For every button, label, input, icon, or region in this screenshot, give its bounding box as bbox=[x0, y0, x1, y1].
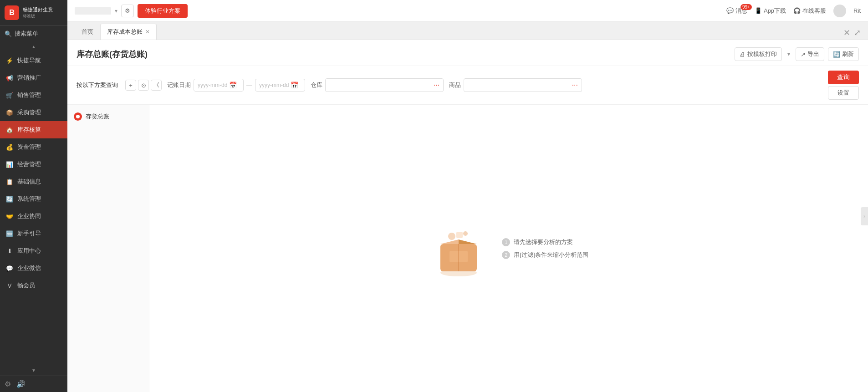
apps-icon: ⬇ bbox=[5, 247, 14, 255]
date-start-input[interactable]: yyyy-mm-dd 📅 bbox=[194, 79, 244, 92]
sidebar-item-basic[interactable]: 📋 基础信息 bbox=[0, 173, 67, 190]
refresh-icon: 🔄 bbox=[833, 51, 840, 58]
topbar-settings-btn[interactable]: ⚙ bbox=[121, 5, 134, 17]
topbar-breadcrumb bbox=[75, 7, 111, 15]
right-expand-handle[interactable]: › bbox=[861, 207, 868, 225]
add-icon: + bbox=[129, 82, 133, 89]
tab-inventory-cost[interactable]: 库存成本总账 ✕ bbox=[100, 24, 157, 40]
sidebar-item-guide[interactable]: 🆕 新手引导 bbox=[0, 225, 67, 242]
sidebar-scroll-up[interactable]: ▲ bbox=[0, 41, 67, 52]
export-icon: ↗ bbox=[801, 51, 806, 58]
filter-area: 按以下方案查询 + ⊙ 《 记账日期 yyyy-mm-dd 📅 bbox=[67, 66, 868, 105]
scroll-down-icon[interactable]: ▼ bbox=[31, 367, 37, 374]
edit-icon: ⊙ bbox=[141, 82, 146, 89]
vip-icon: V bbox=[5, 281, 14, 290]
topbar-right: 💬 消息 99+ 📱 App下载 🎧 在线客服 Rit bbox=[726, 5, 861, 17]
industry-solution-button[interactable]: 体验行业方案 bbox=[138, 4, 188, 18]
calendar-icon-start[interactable]: 📅 bbox=[229, 81, 237, 89]
sidebar-item-label: 库存核算 bbox=[17, 126, 41, 134]
sidebar-item-vip[interactable]: V 畅会员 bbox=[0, 277, 67, 294]
sidebar-item-label: 系统管理 bbox=[17, 195, 41, 203]
sidebar-item-label: 资金管理 bbox=[17, 143, 41, 151]
sidebar-item-apps[interactable]: ⬇ 应用中心 bbox=[0, 242, 67, 260]
sidebar-item-marketing[interactable]: 📢 营销推广 bbox=[0, 69, 67, 87]
warehouse-field-label: 仓库 bbox=[311, 81, 322, 89]
refresh-button[interactable]: 🔄 刷新 bbox=[828, 47, 859, 61]
breadcrumb-text bbox=[75, 7, 111, 15]
sidebar-item-label: 经营管理 bbox=[17, 160, 41, 168]
empty-illustration bbox=[429, 219, 488, 278]
sidebar-item-finance[interactable]: 💰 资金管理 bbox=[0, 138, 67, 156]
filter-add-button[interactable]: + bbox=[125, 80, 136, 91]
tab-home[interactable]: 首页 bbox=[75, 24, 100, 40]
topbar: ▾ ⚙ 体验行业方案 💬 消息 99+ 📱 App下载 🎧 在线客服 Rit bbox=[67, 0, 868, 22]
inventory-cost-tab-label: 库存成本总账 bbox=[107, 28, 143, 36]
svg-rect-9 bbox=[456, 232, 463, 238]
sidebar-item-quick-nav[interactable]: ⚡ 快捷导航 bbox=[0, 52, 67, 69]
empty-svg-image bbox=[429, 219, 488, 278]
app-name: 畅捷通好生意 bbox=[23, 6, 53, 13]
sidebar-item-label: 畅会员 bbox=[17, 281, 35, 290]
export-button[interactable]: ↗ 导出 bbox=[796, 47, 824, 61]
content-body: 存货总账 bbox=[67, 105, 868, 392]
panel-close-icon[interactable]: ✕ bbox=[843, 28, 850, 38]
filter-label: 按以下方案查询 bbox=[77, 81, 118, 89]
expand-icon: › bbox=[863, 213, 865, 219]
warehouse-select[interactable]: ··· bbox=[325, 78, 444, 92]
filter-edit-button[interactable]: ⊙ bbox=[138, 80, 149, 91]
user-avatar bbox=[833, 5, 846, 17]
sidebar-search[interactable]: 🔍 搜索菜单 bbox=[0, 26, 67, 41]
step-2-text: 用[过滤]条件来缩小分析范围 bbox=[514, 251, 588, 259]
sidebar-item-sales[interactable]: 🛒 销售管理 bbox=[0, 87, 67, 104]
basic-icon: 📋 bbox=[5, 178, 14, 186]
collapse-icon: 《 bbox=[153, 81, 159, 89]
scroll-up-icon[interactable]: ▲ bbox=[31, 43, 37, 50]
message-icon: 💬 bbox=[726, 7, 734, 14]
sidebar-item-inventory[interactable]: 🏠 库存核算 bbox=[0, 121, 67, 138]
warehouse-more-icon[interactable]: ··· bbox=[434, 81, 439, 89]
goods-select[interactable]: ··· bbox=[464, 78, 582, 92]
calendar-icon-end[interactable]: 📅 bbox=[291, 81, 298, 89]
query-button[interactable]: 查询 bbox=[828, 71, 859, 84]
online-service-label: 在线客服 bbox=[802, 7, 826, 15]
sidebar-item-label: 采购管理 bbox=[17, 108, 41, 117]
sidebar-item-label: 新手引导 bbox=[17, 229, 41, 238]
tab-close-icon[interactable]: ✕ bbox=[145, 29, 150, 35]
filter-collapse-button[interactable]: 《 bbox=[151, 80, 162, 91]
sidebar-item-enterprise[interactable]: 🤝 企业协同 bbox=[0, 208, 67, 225]
settings-bottom-icon[interactable]: ⚙ bbox=[5, 380, 11, 388]
empty-state-area: 1 请先选择要分析的方案 2 用[过滤]条件来缩小分析范围 bbox=[149, 105, 868, 392]
date-start-placeholder: yyyy-mm-dd bbox=[198, 82, 227, 88]
phone-icon: 📱 bbox=[755, 7, 762, 14]
message-button[interactable]: 💬 消息 99+ bbox=[726, 7, 747, 15]
filter-action-buttons: + ⊙ 《 bbox=[125, 80, 162, 91]
main-area: ▾ ⚙ 体验行业方案 💬 消息 99+ 📱 App下载 🎧 在线客服 Rit bbox=[67, 0, 868, 392]
goods-more-icon[interactable]: ··· bbox=[572, 81, 578, 89]
sidebar-item-wechat[interactable]: 💬 企业微信 bbox=[0, 260, 67, 277]
online-service-button[interactable]: 🎧 在线客服 bbox=[793, 7, 826, 15]
sidebar-item-label: 企业微信 bbox=[17, 264, 41, 272]
app-version: 标准版 bbox=[23, 13, 53, 19]
topbar-dropdown-arrow[interactable]: ▾ bbox=[115, 8, 117, 14]
scheme-item-inventory-ledger[interactable]: 存货总账 bbox=[67, 108, 149, 125]
panel-expand-icon[interactable]: ⤢ bbox=[854, 28, 861, 38]
search-label: 搜索菜单 bbox=[15, 30, 38, 38]
page-header: 库存总账(存货总账) 🖨 按模板打印 ▾ ↗ 导出 🔄 刷新 bbox=[67, 40, 868, 66]
sidebar-item-operations[interactable]: 📊 经营管理 bbox=[0, 156, 67, 173]
print-icon: 🖨 bbox=[740, 51, 745, 58]
goods-field-label: 商品 bbox=[449, 81, 461, 89]
wechat-icon: 💬 bbox=[5, 264, 14, 272]
print-button[interactable]: 🖨 按模板打印 bbox=[735, 47, 782, 61]
filter-row: 记账日期 yyyy-mm-dd 📅 — yyyy-mm-dd 📅 仓库 bbox=[167, 71, 859, 100]
app-download-button[interactable]: 📱 App下载 bbox=[755, 7, 786, 15]
app-logo-icon: B bbox=[5, 5, 19, 20]
empty-step-2: 2 用[过滤]条件来缩小分析范围 bbox=[502, 251, 588, 259]
print-dropdown-arrow[interactable]: ▾ bbox=[786, 49, 792, 60]
date-end-input[interactable]: yyyy-mm-dd 📅 bbox=[255, 79, 305, 92]
sidebar-scroll-down[interactable]: ▼ bbox=[0, 365, 67, 376]
sidebar-item-purchase[interactable]: 📦 采购管理 bbox=[0, 104, 67, 121]
sidebar: B 畅捷通好生意 标准版 🔍 搜索菜单 ▲ ⚡ 快捷导航 📢 营销推广 🛒 销售… bbox=[0, 0, 67, 392]
speaker-icon[interactable]: 🔊 bbox=[16, 380, 26, 388]
sidebar-item-system[interactable]: 🔄 系统管理 bbox=[0, 190, 67, 208]
filter-settings-button[interactable]: 设置 bbox=[828, 86, 859, 100]
